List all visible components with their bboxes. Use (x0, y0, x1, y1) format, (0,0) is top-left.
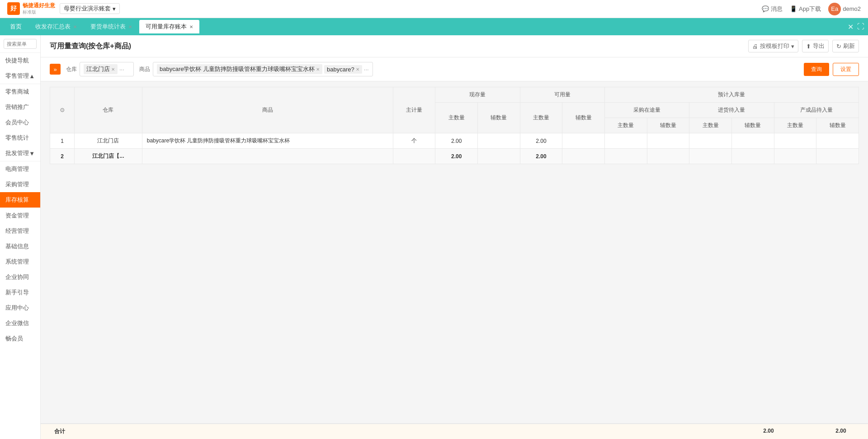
main-layout: 快捷导航 零售管理 ▲ 零售商城 营销推广 会员中心 零售统计 批发管理 ▼ 电… (0, 35, 868, 439)
content-area: 可用量查询(按仓库+商品) 🖨 按模板打印 ▾ ⬆ 导出 ↻ 刷新 (41, 35, 868, 439)
logo-text: 畅捷通好生意 (23, 2, 55, 9)
row-avail-aux (562, 133, 605, 149)
col-stock-aux: 辅数量 (477, 103, 520, 133)
sidebar-item-retail-mall[interactable]: 零售商城 (0, 84, 40, 99)
logo-text-area: 畅捷通好生意 标准版 (23, 2, 55, 15)
tab-home[interactable]: 首页 (4, 20, 28, 33)
industry-selector[interactable]: 母婴行业演示账套 ▾ (60, 3, 120, 14)
sidebar-item-inventory[interactable]: 库存核算 (0, 192, 40, 208)
tab-close-icon[interactable]: ✕ (73, 24, 77, 29)
row-stock-aux (477, 149, 520, 164)
col-planned-in-header: 预计入库量 (604, 87, 859, 103)
message-action[interactable]: 💬 消息 (762, 5, 783, 13)
warehouse-input[interactable]: 江北门店 ✕ ··· (80, 62, 134, 76)
logo-icon: 好 (7, 2, 20, 15)
tab-close-icon[interactable]: ✕ (128, 24, 132, 29)
col-incoming-header: 进货待入量 (689, 103, 774, 118)
tab-label: 可用量库存账本 (146, 23, 187, 31)
sidebar-item-marketing[interactable]: 营销推广 (0, 99, 40, 115)
sidebar-item-retail-stats[interactable]: 零售统计 (0, 130, 40, 146)
query-btn[interactable]: 查询 (804, 63, 829, 76)
template-print-btn[interactable]: 🖨 按模板打印 ▾ (748, 40, 798, 52)
sidebar-item-app-center[interactable]: 应用中心 (0, 300, 40, 316)
settings-btn[interactable]: 设置 (833, 63, 859, 76)
row-num: 1 (50, 133, 75, 149)
page-header: 可用量查询(按仓库+商品) 🖨 按模板打印 ▾ ⬆ 导出 ↻ 刷新 (41, 35, 868, 57)
nav-tabs: 首页 收发存汇总表 ✕ 要货单统计表 ✕ 可用量库存账本 ✕ ✕ ⛶ (0, 18, 868, 35)
sidebar-item-business[interactable]: 经营管理 (0, 223, 40, 239)
logo-area: 好 畅捷通好生意 标准版 (7, 2, 55, 15)
arrow-up-icon: ▲ (29, 73, 35, 80)
row-product (142, 149, 393, 164)
product-tag-remove[interactable]: ✕ (316, 67, 320, 72)
column-settings-icon[interactable]: ⚙ (60, 107, 65, 113)
sidebar-item-system[interactable]: 系统管理 (0, 254, 40, 269)
tab-available-stock[interactable]: 可用量库存账本 ✕ (139, 20, 199, 33)
tab-receive-summary[interactable]: 收发存汇总表 ✕ (29, 20, 83, 33)
product-tag-2-remove[interactable]: ✕ (356, 67, 359, 72)
refresh-icon: ↻ (836, 43, 841, 50)
tab-label: 要货单统计表 (90, 23, 126, 31)
app-icon: 📱 (790, 5, 797, 12)
user-area[interactable]: Ea demo2 (828, 3, 861, 15)
refresh-btn[interactable]: ↻ 刷新 (832, 40, 859, 52)
col-purchase-main: 主数量 (604, 118, 647, 133)
expand-icon[interactable]: ⛶ (857, 23, 864, 31)
sidebar: 快捷导航 零售管理 ▲ 零售商城 营销推广 会员中心 零售统计 批发管理 ▼ 电… (0, 35, 41, 439)
row-finished-main (774, 133, 816, 149)
sidebar-item-enterprise-collab[interactable]: 企业协同 (0, 269, 40, 285)
product-input[interactable]: babycare学饮杯 儿童防摔防撞吸管杯重力球吸嘴杯宝宝水杯 ✕ babyca… (153, 62, 373, 76)
tab-close-icon[interactable]: ✕ (189, 24, 193, 29)
sidebar-item-wholesale-mgmt[interactable]: 批发管理 ▼ (0, 146, 40, 161)
col-incoming-aux: 辅数量 (731, 118, 774, 133)
filter-product: 商品 babycare学饮杯 儿童防摔防撞吸管杯重力球吸嘴杯宝宝水杯 ✕ bab… (139, 62, 373, 76)
sidebar-item-finance[interactable]: 资金管理 (0, 208, 40, 223)
row-finished-main (774, 149, 816, 164)
sidebar-search-area (0, 35, 40, 53)
row-incoming-main (689, 149, 732, 164)
footer-stock-main: 2.00 (750, 428, 787, 435)
chevron-down-icon: ▾ (113, 5, 116, 12)
table-row: 2 江北门店【... 2.00 2.00 (50, 149, 859, 164)
sidebar-item-basic-info[interactable]: 基础信息 (0, 239, 40, 254)
col-available-header: 可用量 (520, 87, 604, 103)
sidebar-item-purchase[interactable]: 采购管理 (0, 177, 40, 192)
row-avail-main: 2.00 (520, 133, 562, 149)
row-purchase-aux (647, 133, 689, 149)
logo-sub: 标准版 (23, 9, 55, 15)
sidebar-item-quick-nav[interactable]: 快捷导航 (0, 53, 40, 68)
print-icon: 🖨 (752, 43, 758, 50)
sidebar-item-enterprise-wechat[interactable]: 企业微信 (0, 316, 40, 331)
product-tag-2: babycare? ✕ (324, 65, 362, 74)
filter-warehouse: 仓库 江北门店 ✕ ··· (66, 62, 134, 76)
search-input[interactable] (4, 39, 37, 49)
filter-expand-btn[interactable]: » (50, 64, 61, 75)
tab-order-summary[interactable]: 要货单统计表 ✕ (84, 20, 138, 33)
col-purchase-aux: 辅数量 (647, 118, 689, 133)
col-warehouse-header: 仓库 (75, 87, 142, 133)
sidebar-item-retail-mgmt[interactable]: 零售管理 ▲ (0, 68, 40, 84)
sidebar-item-member[interactable]: 会员中心 (0, 115, 40, 130)
row-warehouse: 江北门店【... (75, 149, 142, 164)
app-download-action[interactable]: 📱 App下载 (790, 5, 821, 13)
avatar: Ea (828, 3, 841, 15)
filter-bar: » 仓库 江北门店 ✕ ··· 商品 babycare学饮杯 儿童防摔防撞吸管杯… (41, 57, 868, 81)
message-icon: 💬 (762, 5, 769, 12)
top-bar-right: 💬 消息 📱 App下载 Ea demo2 (762, 3, 861, 15)
col-stock-main: 主数量 (435, 103, 478, 133)
sidebar-item-ecommerce[interactable]: 电商管理 (0, 161, 40, 177)
sidebar-item-newuser-guide[interactable]: 新手引导 (0, 285, 40, 300)
top-bar: 好 畅捷通好生意 标准版 母婴行业演示账套 ▾ 💬 消息 📱 App下载 Ea … (0, 0, 868, 18)
close-all-icon[interactable]: ✕ (848, 23, 854, 31)
app-download-label: App下载 (799, 5, 821, 13)
sidebar-item-chang-member[interactable]: 畅会员 (0, 331, 40, 346)
tab-label: 收发存汇总表 (35, 23, 71, 31)
top-bar-left: 好 畅捷通好生意 标准版 母婴行业演示账套 ▾ (7, 2, 120, 15)
row-stock-main: 2.00 (435, 149, 478, 164)
warehouse-more-btn[interactable]: ··· (119, 66, 124, 73)
row-finished-aux (816, 149, 859, 164)
export-btn[interactable]: ⬆ 导出 (802, 40, 829, 52)
product-more-btn[interactable]: ··· (364, 66, 369, 73)
warehouse-tag-remove[interactable]: ✕ (111, 67, 115, 72)
nav-right-actions: ✕ ⛶ (848, 23, 864, 31)
